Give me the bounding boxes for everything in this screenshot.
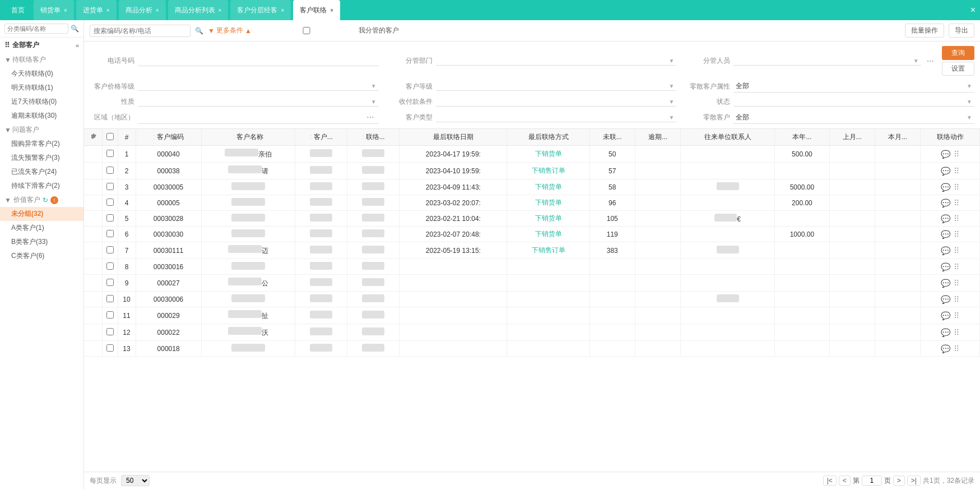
action-message-icon[interactable]: 💬 xyxy=(941,262,950,271)
tab-goods-analysis-close[interactable]: × xyxy=(156,7,159,13)
retail-attr-select[interactable]: 全部 ▼ xyxy=(733,80,974,93)
tab-sales-close[interactable]: × xyxy=(64,7,67,13)
export-btn[interactable]: 导出 xyxy=(949,24,974,38)
tab-customer-contact[interactable]: 客户联络 × xyxy=(293,0,340,20)
tab-home[interactable]: 首页 xyxy=(4,0,31,20)
sidebar-item-declining[interactable]: 持续下滑客户(2) xyxy=(0,179,83,193)
region-select[interactable]: ··· xyxy=(138,111,379,124)
person-select[interactable]: ▼ xyxy=(733,57,921,66)
tab-purchase-close[interactable]: × xyxy=(106,7,110,13)
action-message-icon[interactable]: 💬 xyxy=(941,328,950,337)
sidebar-item-class-b[interactable]: B类客户(33) xyxy=(0,235,83,249)
my-customers-checkbox[interactable] xyxy=(256,27,357,34)
select-all-checkbox[interactable] xyxy=(106,133,114,140)
prev-page-btn[interactable]: < xyxy=(839,476,851,486)
sidebar-item-class-a[interactable]: A类客户(1) xyxy=(0,221,83,235)
sidebar-group-problem[interactable]: ▼ 问题客户 xyxy=(0,123,83,137)
action-grid-icon[interactable]: ⠿ xyxy=(954,199,959,207)
last-contact-method-link[interactable]: 下销货单 xyxy=(535,214,562,222)
action-grid-icon[interactable]: ⠿ xyxy=(954,214,959,223)
sidebar-collapse-btn[interactable]: « xyxy=(76,42,79,49)
sidebar-item-hoard-abnormal[interactable]: 囤购异常客户(2) xyxy=(0,137,83,151)
tab-customer-layer-close[interactable]: × xyxy=(281,7,284,13)
action-grid-icon[interactable]: ⠿ xyxy=(954,230,959,239)
sidebar-item-churned[interactable]: 已流失客户(24) xyxy=(0,165,83,179)
sidebar-group-value[interactable]: ▼ 价值客户 ↻ ! xyxy=(0,193,83,207)
region-more-btn[interactable]: ··· xyxy=(364,112,376,122)
action-grid-icon[interactable]: ⠿ xyxy=(954,311,959,320)
row-checkbox[interactable] xyxy=(102,292,118,307)
first-page-btn[interactable]: |< xyxy=(823,476,837,486)
sidebar-item-tomorrow[interactable]: 明天待联络(1) xyxy=(0,81,83,95)
tab-goods-analysis[interactable]: 商品分析 × xyxy=(119,0,166,20)
row-checkbox[interactable] xyxy=(102,242,118,259)
action-message-icon[interactable]: 💬 xyxy=(941,183,950,192)
sidebar-item-class-c[interactable]: C类客户(6) xyxy=(0,249,83,263)
action-grid-icon[interactable]: ⠿ xyxy=(954,262,959,271)
action-message-icon[interactable]: 💬 xyxy=(941,295,950,304)
customer-type-select[interactable]: ▼ xyxy=(436,113,677,122)
query-btn[interactable]: 查询 xyxy=(942,46,974,60)
my-customers-checkbox-area[interactable]: 我分管的客户 xyxy=(256,26,399,35)
row-checkbox[interactable] xyxy=(102,163,118,179)
sidebar-item-churn-warning[interactable]: 流失预警客户(3) xyxy=(0,151,83,165)
sidebar-refresh-icon[interactable]: ↻ xyxy=(43,196,48,204)
status-select[interactable]: ▼ xyxy=(733,98,974,107)
row-checkbox[interactable] xyxy=(102,324,118,341)
tab-customer-contact-close[interactable]: × xyxy=(330,7,333,13)
reset-btn[interactable]: 设置 xyxy=(942,62,974,76)
last-contact-method-link[interactable]: 下销货单 xyxy=(535,183,562,191)
page-size-select[interactable]: 50 20 100 200 xyxy=(121,475,150,486)
sidebar-search-icon[interactable]: 🔍 xyxy=(71,25,79,33)
sidebar-group-pending[interactable]: ▼ 待联络客户 xyxy=(0,53,83,67)
row-checkbox[interactable] xyxy=(102,227,118,242)
customer-level-select[interactable]: ▼ xyxy=(436,82,677,91)
action-message-icon[interactable]: 💬 xyxy=(941,167,950,176)
tab-goods-analysis-list[interactable]: 商品分析列表 × xyxy=(168,0,229,20)
row-checkbox[interactable] xyxy=(102,275,118,292)
col-settings[interactable] xyxy=(84,129,102,146)
page-input[interactable] xyxy=(862,476,882,486)
action-message-icon[interactable]: 💬 xyxy=(941,246,950,255)
action-grid-icon[interactable]: ⠿ xyxy=(954,279,959,288)
sidebar-all-customers[interactable]: ⠿ 全部客户 « xyxy=(0,38,83,53)
last-contact-method-link[interactable]: 下销货单 xyxy=(535,199,562,206)
phone-input[interactable] xyxy=(138,56,379,66)
retail-customer-select[interactable]: 全部 ▼ xyxy=(733,112,974,124)
tab-sales[interactable]: 销货单 × xyxy=(34,0,74,20)
last-contact-method-link[interactable]: 下销售订单 xyxy=(532,246,565,254)
nature-select[interactable]: ▼ xyxy=(138,98,379,107)
action-message-icon[interactable]: 💬 xyxy=(941,279,950,288)
action-grid-icon[interactable]: ⠿ xyxy=(954,295,959,304)
action-message-icon[interactable]: 💬 xyxy=(941,150,950,159)
window-close-button[interactable]: × xyxy=(970,5,976,15)
row-checkbox[interactable] xyxy=(102,307,118,324)
action-message-icon[interactable]: 💬 xyxy=(941,311,950,320)
dept-select[interactable]: ▼ xyxy=(436,57,677,66)
row-checkbox[interactable] xyxy=(102,195,118,211)
action-grid-icon[interactable]: ⠿ xyxy=(954,344,959,353)
action-grid-icon[interactable]: ⠿ xyxy=(954,246,959,255)
sidebar-search-input[interactable] xyxy=(4,24,68,34)
search-input[interactable] xyxy=(90,25,191,37)
batch-action-btn[interactable]: 批量操作 xyxy=(905,24,944,38)
last-contact-method-link[interactable]: 下销货单 xyxy=(535,150,562,158)
payment-select[interactable]: ▼ xyxy=(436,98,677,107)
tab-purchase[interactable]: 进货单 × xyxy=(76,0,117,20)
row-checkbox[interactable] xyxy=(102,259,118,275)
sidebar-item-ungrouped[interactable]: 未分组(32) xyxy=(0,207,83,221)
row-checkbox[interactable] xyxy=(102,341,118,357)
action-message-icon[interactable]: 💬 xyxy=(941,214,950,223)
action-message-icon[interactable]: 💬 xyxy=(941,230,950,239)
more-conditions-btn[interactable]: ▼ 更多条件 ▲ xyxy=(208,26,252,35)
last-contact-method-link[interactable]: 下销货单 xyxy=(535,230,562,238)
sidebar-item-today[interactable]: 今天待联络(0) xyxy=(0,67,83,81)
col-check-all[interactable] xyxy=(102,129,118,146)
action-grid-icon[interactable]: ⠿ xyxy=(954,150,959,159)
action-grid-icon[interactable]: ⠿ xyxy=(954,167,959,176)
sidebar-item-overdue[interactable]: 逾期未联络(30) xyxy=(0,109,83,123)
sidebar-item-7days[interactable]: 近7天待联络(0) xyxy=(0,95,83,109)
tab-customer-layer[interactable]: 客户分层经客 × xyxy=(230,0,291,20)
row-checkbox[interactable] xyxy=(102,179,118,195)
action-message-icon[interactable]: 💬 xyxy=(941,344,950,353)
